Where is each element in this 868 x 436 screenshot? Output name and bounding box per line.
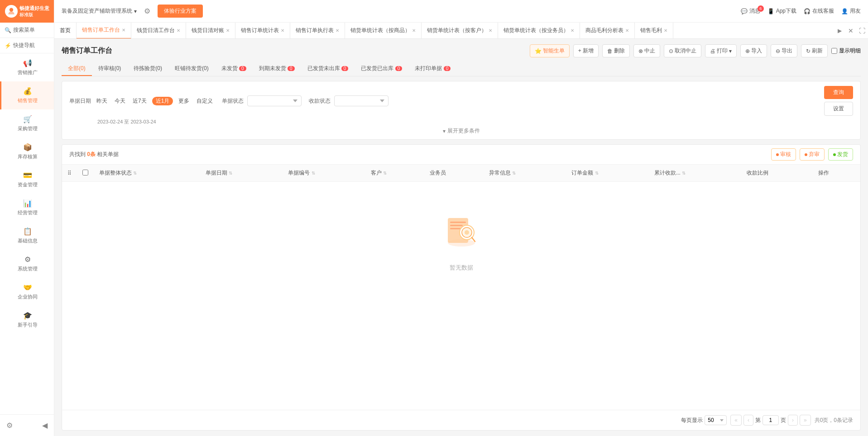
sidebar-collapse-btn[interactable]: ◀ [40, 419, 49, 431]
sidebar-item-sales[interactable]: 💰 销售管理 [0, 81, 54, 109]
show-detail-input[interactable] [831, 48, 837, 54]
tab-close-icon[interactable]: ✕ [625, 28, 629, 33]
industry-solution-btn[interactable]: 体验行业方案 [158, 5, 203, 18]
tab-gross-profit[interactable]: 商品毛利分析表 ✕ [580, 23, 635, 39]
sidebar-item-guide[interactable]: 🎓 新手引导 [0, 306, 54, 334]
tabs-close-all-btn[interactable]: ✕ [845, 27, 856, 34]
tab-sales-salesman[interactable]: 销货单统计表（按业务员） ✕ [498, 23, 580, 39]
tab-sales-workbench[interactable]: 销售订单工作台 ✕ [77, 23, 131, 39]
sort-collected-icon[interactable]: ⇅ [682, 171, 686, 175]
marketing-icon: 📢 [23, 59, 32, 67]
sub-tab-not-shipped[interactable]: 未发货 0 [215, 62, 253, 76]
message-btn[interactable]: 💬 6 消息 [741, 7, 760, 15]
sidebar-item-purchase[interactable]: 🛒 采购管理 [0, 109, 54, 137]
filter-settings-btn[interactable]: 设置 [824, 102, 853, 116]
tabs-more-btn[interactable]: ▶ [834, 28, 845, 34]
tab-close-icon[interactable]: ✕ [336, 28, 339, 33]
th-checkbox[interactable] [77, 165, 94, 182]
bulk-ship-btn[interactable]: 发货 [828, 148, 853, 161]
select-all-checkbox[interactable] [82, 170, 88, 175]
sidebar-item-system[interactable]: ⚙ 系统管理 [0, 250, 54, 278]
print-btn[interactable]: 🖨 打印 ▾ [705, 44, 737, 57]
sub-tab-not-printed[interactable]: 未打印单据 0 [408, 62, 457, 76]
sort-exception-icon[interactable]: ⇅ [512, 171, 516, 175]
cancel-stop-btn[interactable]: ⊙ 取消中止 [664, 44, 701, 57]
stop-btn[interactable]: ⊗ 中止 [633, 44, 660, 57]
sort-date-icon[interactable]: ⇅ [229, 171, 232, 175]
sub-tab-pending-review[interactable]: 待审核(0) [92, 62, 128, 76]
bulk-review-btn[interactable]: 审核 [771, 148, 796, 161]
sub-tab-shipped-not-out[interactable]: 已发货未出库 0 [301, 62, 355, 76]
tab-home[interactable]: 首页 [54, 23, 77, 39]
user-menu-btn[interactable]: 👤 用友 [841, 7, 861, 15]
sub-tab-wangpu[interactable]: 旺铺待发货(0) [168, 62, 215, 76]
date-btn-today[interactable]: 今天 [113, 96, 127, 106]
sidebar-item-inventory[interactable]: 📦 库存核算 [0, 137, 54, 166]
smart-create-btn[interactable]: ⭐ 智能生单 [530, 44, 570, 57]
sub-tab-overdue[interactable]: 到期未发货 0 [253, 62, 301, 76]
tabs-maximize-btn[interactable]: ⛶ [856, 27, 868, 34]
status-select[interactable] [247, 95, 302, 106]
svg-point-9 [465, 230, 469, 235]
sidebar-item-marketing[interactable]: 📢 营销推广 [0, 53, 54, 81]
online-service-btn[interactable]: 🎧 在线客服 [804, 7, 834, 15]
sort-status-icon[interactable]: ⇅ [133, 171, 137, 175]
tab-close-icon[interactable]: ✕ [571, 28, 574, 33]
date-btn-more[interactable]: 更多 [177, 96, 191, 106]
sidebar-item-enterprise[interactable]: 🤝 企业协同 [0, 278, 54, 306]
per-page-select[interactable]: 50 100 200 [705, 415, 727, 425]
search-menu[interactable]: 🔍 搜索菜单 [0, 23, 54, 38]
topbar-settings-icon[interactable]: ⚙ [142, 5, 152, 17]
system-title-dropdown[interactable]: 装备及固定资产辅助管理系统 ▾ [62, 7, 137, 15]
sort-number-icon[interactable]: ⇅ [312, 171, 315, 175]
new-btn[interactable]: + 新增 [573, 44, 599, 57]
bulk-unreview-btn[interactable]: 弃审 [800, 148, 825, 161]
tab-close-icon[interactable]: ✕ [412, 28, 416, 33]
import-btn[interactable]: ⊕ 导入 [740, 44, 767, 57]
export-btn[interactable]: ⊖ 导出 [771, 44, 797, 57]
sort-customer-icon[interactable]: ⇅ [383, 171, 387, 175]
tab-cash-reconcile[interactable]: 钱货日清对账 ✕ [186, 23, 235, 39]
tab-close-icon[interactable]: ✕ [122, 28, 125, 33]
first-page-btn[interactable]: « [730, 415, 742, 426]
page-input[interactable] [762, 415, 779, 425]
sort-amount-icon[interactable]: ⇅ [595, 171, 599, 175]
tab-close-icon[interactable]: ✕ [664, 28, 667, 33]
sub-tab-shipped-out[interactable]: 已发货已出库 0 [355, 62, 408, 76]
quick-nav[interactable]: ⚡ 快捷导航 [0, 38, 54, 53]
tab-sales-margin[interactable]: 销售毛利 ✕ [635, 23, 673, 39]
tab-sales-product[interactable]: 销货单统计表（按商品） ✕ [345, 23, 422, 39]
query-btn[interactable]: 查询 [824, 86, 853, 99]
sidebar-item-basic[interactable]: 📋 基础信息 [0, 222, 54, 250]
show-detail-checkbox[interactable]: 显示明细 [831, 47, 861, 55]
filter-expand-btn[interactable]: ▾ 展开更多条件 [69, 125, 853, 135]
app-download-btn[interactable]: 📱 App下载 [767, 7, 796, 15]
next-page-btn[interactable]: › [788, 415, 798, 426]
tab-sales-stats[interactable]: 销售订单统计表 ✕ [235, 23, 290, 39]
date-btn-yesterday[interactable]: 昨天 [95, 96, 109, 106]
tab-sales-customer[interactable]: 销货单统计表（按客户） ✕ [422, 23, 498, 39]
tab-close-icon[interactable]: ✕ [177, 28, 180, 33]
date-btn-1month[interactable]: 近1月 [152, 97, 173, 105]
tab-cash-daily[interactable]: 钱货日清工作台 ✕ [131, 23, 186, 39]
date-btn-7days[interactable]: 近7天 [131, 96, 149, 106]
tab-label: 销售订单工作台 [82, 26, 120, 34]
date-btn-custom[interactable]: 自定义 [195, 96, 215, 106]
sidebar-item-operation[interactable]: 📊 经营管理 [0, 194, 54, 222]
tab-close-icon[interactable]: ✕ [226, 28, 230, 33]
sidebar-settings-btn[interactable]: ⚙ [5, 419, 14, 431]
refresh-btn[interactable]: ↻ 刷新 [801, 44, 828, 57]
payment-select[interactable] [334, 95, 388, 106]
tab-close-icon[interactable]: ✕ [281, 28, 284, 33]
per-page-selector: 每页显示 50 100 200 [681, 415, 727, 425]
delete-btn[interactable]: 🗑 删除 [602, 44, 630, 57]
last-page-btn[interactable]: » [800, 415, 811, 426]
sub-tab-pending-inspect[interactable]: 待拣验货(0) [127, 62, 168, 76]
tab-close-icon[interactable]: ✕ [489, 28, 492, 33]
sidebar-item-finance[interactable]: 💳 资金管理 [0, 166, 54, 194]
tab-sales-exec[interactable]: 销售订单执行表 ✕ [290, 23, 345, 39]
sub-tab-all[interactable]: 全部(0) [62, 62, 92, 76]
sidebar-item-label: 销售管理 [18, 97, 38, 104]
prev-page-btn[interactable]: ‹ [743, 415, 753, 426]
ship-dot [833, 153, 836, 156]
